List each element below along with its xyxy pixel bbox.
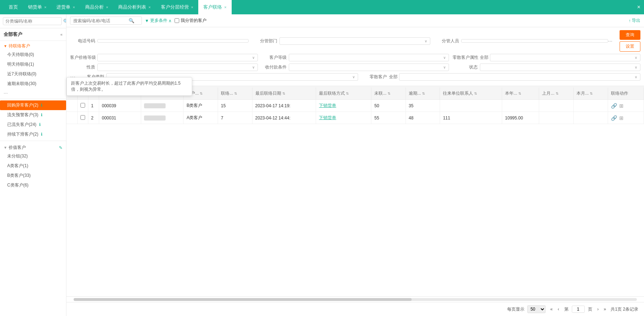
scroll-track[interactable] (74, 298, 637, 301)
filter-row-2: 客户价格等级 ∨ 客户等级 ∨ 零散客户属性 全部 ∨ (70, 54, 640, 61)
sidebar-item-tomorrow[interactable]: 明天待联络(1) (0, 60, 66, 69)
sidebar-item-unclassified[interactable]: 未分组(32) (0, 151, 66, 161)
price-level-input[interactable]: ∨ (97, 54, 258, 61)
nav-customer-contact[interactable]: 客户联络 × (198, 0, 231, 14)
per-page-select[interactable]: 50 100 (527, 305, 546, 313)
pending-contact-group[interactable]: ▼ 待联络客户 (0, 41, 66, 50)
sidebar-item-class-b[interactable]: B类客户(33) (0, 171, 66, 180)
nav-home[interactable]: 首页 (4, 0, 23, 14)
row1-class: B类客户 (184, 100, 218, 112)
contact-count-sort-icon: ⇅ (234, 91, 237, 95)
row1-link-icon[interactable]: 🔗 (611, 103, 617, 109)
horizontal-scrollbar[interactable] (66, 296, 644, 302)
close-purchase-icon[interactable]: × (73, 5, 75, 9)
value-customer-edit-icon[interactable]: ✎ (59, 145, 62, 150)
close-sales-icon[interactable]: × (44, 5, 46, 9)
row1-unread: 50 (371, 100, 406, 112)
first-page-button[interactable]: « (548, 306, 555, 312)
retail-customer-input[interactable]: ∨ (399, 73, 641, 81)
retail-attr-input[interactable]: ∨ (490, 54, 640, 61)
prev-page-button[interactable]: ‹ (556, 306, 561, 312)
settings-button[interactable]: 设置 (620, 41, 640, 52)
row2-this-month (574, 112, 608, 124)
row1-checkbox[interactable] (77, 100, 88, 112)
sidebar-item-lost-potential[interactable]: 流失预警客户(3) ℹ (0, 110, 66, 120)
last-page-button[interactable]: » (602, 306, 608, 312)
table-this-month-header[interactable]: 本月...⇅ (574, 88, 608, 100)
current-page-input[interactable] (572, 306, 585, 313)
close-customer-contact-icon[interactable]: × (224, 5, 226, 9)
filter-icon: ▼ (145, 18, 149, 23)
scroll-thumb[interactable] (74, 298, 412, 301)
table-contact-person-header[interactable]: 往来单位联系人⇅ (440, 88, 502, 100)
close-analysis-icon[interactable]: × (106, 5, 108, 9)
status-input[interactable]: ∨ (480, 63, 640, 71)
row2-link-icon[interactable]: 🔗 (611, 115, 617, 121)
nav-analysis[interactable]: 商品分析 × (80, 0, 113, 14)
manager-label: 分管人员 (434, 38, 459, 44)
row1-grid-icon[interactable]: ⊞ (619, 103, 624, 109)
close-customer-seg-icon[interactable]: × (191, 5, 193, 9)
table-overdue-header[interactable]: 逾期...⇅ (406, 88, 440, 100)
manager-more-dots[interactable]: ··· (608, 38, 612, 44)
row2-select-checkbox[interactable] (80, 115, 85, 120)
table-unread-header[interactable]: 未联...⇅ (371, 88, 406, 100)
gender-input[interactable]: ∨ (97, 63, 258, 71)
row1-last-method[interactable]: 下销货单 (316, 100, 371, 112)
next-page-button[interactable]: › (596, 306, 601, 312)
main-search-input[interactable] (73, 18, 127, 23)
more-conditions-button[interactable]: ▼ 更多条件 ∧ (145, 18, 172, 24)
payment-input[interactable]: ∨ (289, 63, 449, 71)
this-month-sort-icon: ⇅ (590, 91, 593, 95)
sidebar-item-class-c[interactable]: C类客户(6) (0, 180, 66, 190)
sidebar-search-input[interactable] (3, 17, 62, 25)
close-all-button[interactable]: × (637, 4, 640, 10)
dept-input[interactable]: ∨ (279, 37, 431, 45)
more-dots-button[interactable]: ··· (0, 89, 66, 97)
value-customer-group[interactable]: ▼ 价值客户 ✎ (0, 142, 66, 151)
row2-last-method-link[interactable]: 下销货单 (319, 115, 336, 120)
more-conditions-label: 更多条件 (150, 18, 167, 24)
filter-row-3: 性质 ∨ 收付款条件 ∨ 状态 ∨ (70, 63, 640, 71)
sidebar-collapse-button[interactable]: « (60, 32, 62, 37)
row1-select-checkbox[interactable] (80, 103, 85, 108)
sidebar-item-overdue[interactable]: 逾期未联络(30) (0, 79, 66, 89)
row1-this-month (574, 100, 608, 112)
customer-level-input[interactable]: ∨ (289, 54, 449, 61)
filter-field-manager: 分管人员 ··· (434, 38, 612, 44)
row2-unread: 55 (371, 112, 406, 124)
row2-last-method[interactable]: 下销货单 (316, 112, 371, 124)
data-table-area: ⚙ 客户编码⇅ 客户名称⇅ 客户...⇅ 联络...⇅ (66, 88, 644, 296)
table-last-method-header[interactable]: 最后联络方式⇅ (316, 88, 371, 100)
table-last-month-header[interactable]: 上月...⇅ (539, 88, 574, 100)
sidebar-item-lost[interactable]: 已流失客户(24) ℹ (0, 120, 66, 129)
sidebar-item-continuous-decline[interactable]: 持续下滑客户(2) ℹ (0, 129, 66, 139)
nav-sales[interactable]: 销货单 × (23, 0, 51, 14)
close-analysis-list-icon[interactable]: × (148, 5, 150, 9)
sidebar-item-class-a[interactable]: A类客户(1) (0, 161, 66, 171)
table-this-year-header[interactable]: 本年...⇅ (502, 88, 539, 100)
query-button[interactable]: 查询 (620, 30, 640, 40)
page-label: 第 (562, 306, 570, 313)
my-customers-checkbox[interactable] (175, 18, 179, 23)
sidebar-search-icon[interactable]: 🔍 (63, 19, 66, 24)
row1-last-method-link[interactable]: 下销货单 (319, 103, 336, 108)
nav-purchase[interactable]: 进货单 × (51, 0, 80, 14)
nav-analysis-list[interactable]: 商品分析列表 × (113, 0, 156, 14)
sidebar-item-week[interactable]: 近7天待联络(0) (0, 69, 66, 79)
my-customers-checkbox-label[interactable]: 我分管的客户 (175, 18, 207, 24)
table-last-date-header[interactable]: 最后联络日期⇅ (252, 88, 316, 100)
main-search-icon[interactable]: 🔍 (129, 18, 134, 23)
sidebar-item-today[interactable]: 今天待联络(0) (0, 50, 66, 60)
sidebar-divider-1 (0, 99, 66, 99)
row2-grid-icon[interactable]: ⊞ (619, 115, 624, 121)
manager-input[interactable] (461, 39, 608, 43)
row2-checkbox[interactable] (77, 112, 88, 124)
sidebar-item-repurchase-anomaly[interactable]: 回购异常客户(2) ℹ (0, 100, 66, 110)
nav-customer-seg[interactable]: 客户分层经营 × (156, 0, 198, 14)
filter-field-payment: 收付款条件 ∨ (261, 63, 449, 71)
phone-input[interactable] (97, 39, 249, 43)
row1-action-buttons: 🔗 ⊞ (611, 103, 641, 109)
table-contact-count-header[interactable]: 联络...⇅ (218, 88, 252, 100)
export-button[interactable]: ↑ 导出 (629, 18, 640, 24)
